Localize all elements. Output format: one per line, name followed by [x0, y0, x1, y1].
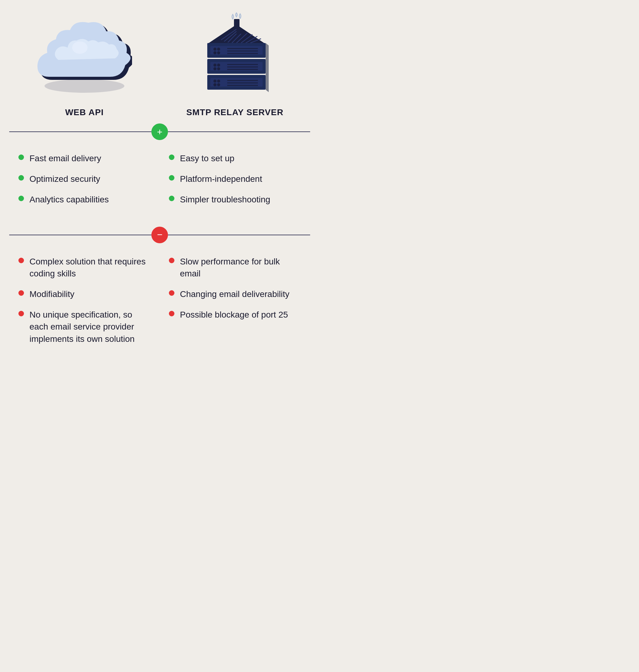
server-illustration	[184, 12, 289, 98]
webapi-header: WEB API	[17, 107, 152, 117]
cloud-illustration	[31, 12, 135, 98]
item-text: No unique specification, so each email s…	[30, 309, 151, 345]
minus-divider: −	[9, 227, 310, 243]
list-item: Slow performance for bulk email	[169, 256, 301, 279]
svg-point-23	[214, 64, 217, 67]
list-item: Optimized security	[18, 173, 151, 185]
svg-point-1	[72, 42, 88, 54]
svg-point-25	[214, 67, 217, 70]
svg-point-26	[217, 67, 220, 70]
list-item: Simpler troubleshooting	[169, 194, 301, 205]
bullet-red	[18, 311, 24, 316]
item-text: Analytics capabilities	[30, 194, 151, 205]
list-item: Complex solution that requires coding sk…	[18, 256, 151, 279]
bullet-green	[18, 154, 24, 160]
item-text: Platform-independent	[180, 173, 301, 185]
svg-point-24	[217, 64, 220, 67]
list-item: Analytics capabilities	[18, 194, 151, 205]
item-text: Slow performance for bulk email	[180, 256, 301, 279]
cons-section: Complex solution that requires coding sk…	[9, 246, 310, 363]
svg-point-35	[217, 83, 220, 86]
bullet-green	[169, 175, 174, 181]
cons-col2: Slow performance for bulk email Changing…	[160, 253, 310, 356]
item-text: Possible blockage of port 25	[180, 309, 301, 321]
illustrations-row	[6, 12, 313, 98]
svg-point-16	[214, 51, 217, 55]
list-item: No unique specification, so each email s…	[18, 309, 151, 345]
item-text: Fast email delivery	[30, 152, 151, 164]
pros-col1: Fast email delivery Optimized security A…	[9, 149, 160, 217]
svg-point-32	[214, 79, 217, 82]
bullet-red	[169, 311, 174, 316]
svg-point-0	[45, 79, 124, 93]
item-text: Easy to set up	[180, 152, 301, 164]
minus-circle: −	[151, 227, 168, 243]
bullet-red	[18, 290, 24, 296]
divider-line-left-top	[9, 132, 151, 132]
svg-point-34	[214, 83, 217, 86]
list-item: Changing email deliverability	[169, 288, 301, 300]
list-item: Modifiability	[18, 288, 151, 300]
list-item: Possible blockage of port 25	[169, 309, 301, 321]
bullet-red	[169, 258, 174, 263]
divider-line-right-bottom	[168, 235, 310, 235]
comparison-table: WEB API SMTP RELAY SERVER + Fast email d…	[9, 107, 310, 363]
cons-col1: Complex solution that requires coding sk…	[9, 253, 160, 356]
item-text: Modifiability	[30, 288, 151, 300]
bullet-green	[169, 154, 174, 160]
divider-line-left-bottom	[9, 235, 151, 235]
svg-marker-39	[266, 43, 269, 92]
bullet-red	[18, 258, 24, 263]
plus-circle: +	[151, 123, 168, 140]
svg-point-17	[217, 51, 220, 55]
pros-section: Fast email delivery Optimized security A…	[9, 143, 310, 224]
plus-divider: +	[9, 123, 310, 140]
list-item: Platform-independent	[169, 173, 301, 185]
item-text: Simpler troubleshooting	[180, 194, 301, 205]
pros-col2: Easy to set up Platform-independent Simp…	[160, 149, 310, 217]
item-text: Changing email deliverability	[180, 288, 301, 300]
item-text: Complex solution that requires coding sk…	[30, 256, 151, 279]
item-text: Optimized security	[30, 173, 151, 185]
bullet-green	[18, 196, 24, 201]
svg-point-15	[217, 48, 220, 51]
bullet-green	[169, 196, 174, 201]
column-headers: WEB API SMTP RELAY SERVER	[9, 107, 310, 117]
list-item: Easy to set up	[169, 152, 301, 164]
list-item: Fast email delivery	[18, 152, 151, 164]
svg-point-14	[214, 48, 217, 51]
bullet-red	[169, 290, 174, 296]
smtp-header: SMTP RELAY SERVER	[167, 107, 303, 117]
divider-line-right-top	[168, 132, 310, 132]
svg-point-33	[217, 79, 220, 82]
bullet-green	[18, 175, 24, 181]
